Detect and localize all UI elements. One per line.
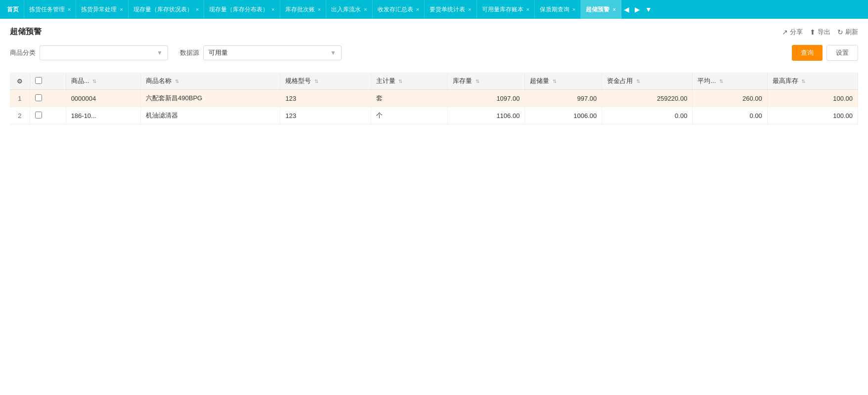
filter-actions: 查询 设置 <box>792 45 858 61</box>
category-label: 商品分类 <box>10 48 36 57</box>
table-row: 2 186-10... 机油滤清器 123 个 1106.00 1006.00 … <box>10 107 858 124</box>
sort-stock-icon: ⇅ <box>476 79 479 84</box>
cell-seq: 1 <box>10 90 30 107</box>
cell-name: 六配套新昌490BPG <box>141 90 280 107</box>
cell-check[interactable] <box>30 107 66 124</box>
datasource-select[interactable]: 可用量 ▼ <box>203 45 342 60</box>
sort-maxstock-icon: ⇅ <box>801 79 805 84</box>
refresh-button[interactable]: ↻ 刷新 <box>837 28 858 37</box>
share-icon: ↗ <box>782 28 788 36</box>
export-button[interactable]: ⬆ 导出 <box>810 28 830 37</box>
col-code[interactable]: 商品... ⇅ <box>66 73 140 90</box>
col-name[interactable]: 商品名称 ⇅ <box>141 73 280 90</box>
gear-icon: ⚙ <box>17 78 23 85</box>
table-header-row: ⚙ 商品... ⇅ 商品名称 ⇅ 规格型号 ⇅ 主计量 <box>10 73 858 90</box>
page-title: 超储预警 <box>10 27 42 37</box>
nav-tab-kyl[interactable]: 可用量库存账本 × <box>477 0 535 19</box>
table-row: 1 0000004 六配套新昌490BPG 123 套 1097.00 997.… <box>10 90 858 107</box>
filter-category: 商品分类 ▼ <box>10 45 168 60</box>
close-kyl[interactable]: × <box>526 6 529 12</box>
close-cc[interactable]: × <box>612 6 615 12</box>
nav-arrow-left[interactable]: ◀ <box>621 0 632 19</box>
cell-unit: 套 <box>371 90 448 107</box>
col-spec[interactable]: 规格型号 ⇅ <box>280 73 371 90</box>
close-ck[interactable]: × <box>364 6 367 12</box>
share-button[interactable]: ↗ 分享 <box>782 28 803 37</box>
col-avg[interactable]: 平均... ⇅ <box>693 73 767 90</box>
col-over[interactable]: 超储量 ⇅ <box>525 73 602 90</box>
page-header: 超储预警 ↗ 分享 ⬆ 导出 ↻ 刷新 <box>10 27 858 37</box>
query-button[interactable]: 查询 <box>792 45 823 61</box>
datasource-label: 数据源 <box>180 48 199 57</box>
category-chevron-icon: ▼ <box>157 49 163 56</box>
cell-avg: 260.00 <box>693 90 767 107</box>
nav-tab-ck[interactable]: 出入库流水 × <box>326 0 372 19</box>
sort-code-icon: ⇅ <box>92 79 96 84</box>
sort-name-icon: ⇅ <box>175 79 179 84</box>
refresh-icon: ↻ <box>837 28 843 36</box>
close-bz[interactable]: × <box>572 6 575 12</box>
select-all-checkbox[interactable] <box>35 77 42 84</box>
close-sh[interactable]: × <box>416 6 419 12</box>
cell-capital: 259220.00 <box>602 90 693 107</box>
nav-tab-lhyc[interactable]: 拣货异常处理 × <box>76 0 128 19</box>
filter-row: 商品分类 ▼ 数据源 可用量 ▼ 查询 设置 <box>10 45 858 66</box>
cell-over: 1006.00 <box>525 107 602 124</box>
top-nav: 首页 拣货任务管理 × 拣货异常处理 × 现存量（库存状况表） × 现存量（库存… <box>0 0 868 19</box>
sort-unit-icon: ⇅ <box>398 79 402 84</box>
datasource-chevron-icon: ▼ <box>330 49 336 56</box>
nav-tab-sh[interactable]: 收发存汇总表 × <box>373 0 425 19</box>
nav-arrow-more[interactable]: ▼ <box>643 0 654 19</box>
cell-name: 机油滤清器 <box>141 107 280 124</box>
close-kc[interactable]: × <box>318 6 321 12</box>
page-content: 超储预警 ↗ 分享 ⬆ 导出 ↻ 刷新 商品分类 ▼ 数据源 <box>0 19 868 395</box>
col-check[interactable] <box>30 73 66 90</box>
nav-tab-yh[interactable]: 要货单统计表 × <box>425 0 477 19</box>
cell-maxstock: 100.00 <box>767 90 858 107</box>
col-maxstock[interactable]: 最高库存 ⇅ <box>767 73 858 90</box>
nav-tab-bz[interactable]: 保质期查询 × <box>535 0 581 19</box>
cell-stock: 1097.00 <box>448 90 525 107</box>
close-lhgl[interactable]: × <box>68 6 71 12</box>
filter-datasource: 数据源 可用量 ▼ <box>180 45 342 60</box>
nav-tab-xcl1[interactable]: 现存量（库存状况表） × <box>129 0 204 19</box>
close-lhyc[interactable]: × <box>120 6 123 12</box>
close-yh[interactable]: × <box>468 6 471 12</box>
cell-check[interactable] <box>30 90 66 107</box>
sort-spec-icon: ⇅ <box>314 79 318 84</box>
row-checkbox[interactable] <box>35 94 42 101</box>
cell-maxstock: 100.00 <box>767 107 858 124</box>
col-capital[interactable]: 资金占用 ⇅ <box>602 73 693 90</box>
close-xcl1[interactable]: × <box>196 6 199 12</box>
nav-tab-cc[interactable]: 超储预警 × <box>581 0 621 19</box>
cell-code: 0000004 <box>66 90 140 107</box>
cell-code: 186-10... <box>66 107 140 124</box>
row-checkbox[interactable] <box>35 112 42 118</box>
nav-tab-home[interactable]: 首页 <box>2 0 24 19</box>
col-gear[interactable]: ⚙ <box>10 73 30 90</box>
sort-over-icon: ⇅ <box>553 79 557 84</box>
settings-button[interactable]: 设置 <box>826 45 858 61</box>
nav-tab-xcl2[interactable]: 现存量（库存分布表） × <box>204 0 280 19</box>
close-xcl2[interactable]: × <box>271 6 274 12</box>
cell-stock: 1106.00 <box>448 107 525 124</box>
cell-over: 997.00 <box>525 90 602 107</box>
export-icon: ⬆ <box>810 28 816 36</box>
nav-arrow-right[interactable]: ▶ <box>632 0 643 19</box>
cell-capital: 0.00 <box>602 107 693 124</box>
nav-tab-lhgl[interactable]: 拣货任务管理 × <box>24 0 76 19</box>
data-table: ⚙ 商品... ⇅ 商品名称 ⇅ 规格型号 ⇅ 主计量 <box>10 73 858 124</box>
nav-tab-kc[interactable]: 库存批次账 × <box>280 0 326 19</box>
cell-spec: 123 <box>280 90 371 107</box>
sort-capital-icon: ⇅ <box>636 79 640 84</box>
col-unit[interactable]: 主计量 ⇅ <box>371 73 448 90</box>
cell-unit: 个 <box>371 107 448 124</box>
cell-avg: 0.00 <box>693 107 767 124</box>
sort-avg-icon: ⇅ <box>719 79 723 84</box>
cell-spec: 123 <box>280 107 371 124</box>
header-actions: ↗ 分享 ⬆ 导出 ↻ 刷新 <box>782 28 858 37</box>
datasource-value: 可用量 <box>209 48 228 57</box>
category-select[interactable]: ▼ <box>40 45 168 60</box>
cell-seq: 2 <box>10 107 30 124</box>
col-stock[interactable]: 库存量 ⇅ <box>448 73 525 90</box>
